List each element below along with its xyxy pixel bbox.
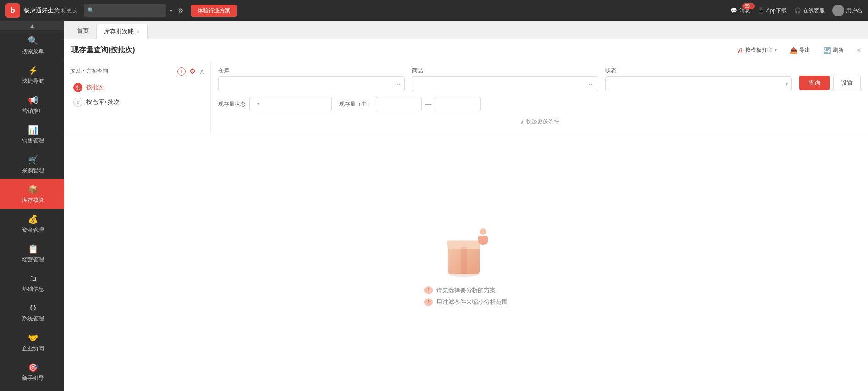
page-header: 现存量查询(按批次) 🖨 按模板打印 ▾ 📤 导出 🔄 刷新 × [64, 39, 868, 61]
tab-home-label: 首页 [77, 27, 89, 35]
product-field: 商品 ··· [412, 67, 599, 91]
sidebar-item-basic-label: 基础信息 [22, 285, 44, 293]
stock-qty-field: 现存量（主） — [339, 97, 481, 111]
batch-scheme-icon: 批 [73, 83, 82, 92]
filter-actions: 查询 设置 [799, 76, 861, 90]
export-icon: 📤 [790, 47, 797, 54]
hint-num-1: 1 [424, 286, 433, 294]
filter-scheme-by-batch[interactable]: 批 按批次 [70, 80, 205, 95]
stock-status-label: 现存量状态 [218, 100, 246, 108]
status-dropdown-icon: ▾ [786, 81, 788, 87]
topbar-search-area: 🔍 ▾ ⚙ 体验行业方案 [84, 4, 731, 17]
sidebar-item-sales-label: 销售管理 [22, 137, 44, 145]
empty-hint-1: 1 请先选择要分析的方案 [424, 286, 508, 294]
filter-left-collapse-icon[interactable]: ∧ [199, 67, 205, 76]
topbar-messages[interactable]: 💬 消息 99+ [731, 7, 750, 15]
collapse-more-icon: ∧ [520, 119, 524, 125]
refresh-icon: 🔄 [823, 47, 831, 54]
export-label: 导出 [799, 46, 810, 54]
sidebar-item-purchase[interactable]: 🛒 采购管理 [0, 149, 64, 179]
filter-row-1: 仓库 ··· 商品 ··· [218, 67, 861, 91]
status-input[interactable]: ▾ [605, 76, 792, 91]
sidebar-item-basic[interactable]: 🗂 基础信息 [0, 268, 64, 298]
trial-button[interactable]: 体验行业方案 [191, 5, 237, 17]
app-brand: 畅康通好生意 [24, 6, 60, 15]
stock-status-field: 现存量状态 ▾ [218, 97, 332, 111]
sidebar-item-search-label: 搜索菜单 [22, 48, 44, 55]
purchase-icon: 🛒 [28, 155, 38, 165]
filter-scheme-by-warehouse-batch[interactable]: ⊙ 按仓库+批次 [70, 95, 205, 109]
user-avatar [832, 5, 844, 16]
sidebar-scroll-up[interactable]: ▲ [0, 21, 64, 30]
filter-add-icon[interactable]: + [177, 67, 186, 76]
stock-status-input[interactable]: ▾ [249, 97, 332, 111]
page-header-actions: 🖨 按模板打印 ▾ 📤 导出 🔄 刷新 × [733, 44, 861, 56]
filter-scheme-settings-icon[interactable]: ⚙ [189, 67, 196, 76]
tab-home[interactable]: 首页 [70, 23, 96, 39]
collapse-more-button[interactable]: ∧ 收起更多条件 [218, 115, 861, 128]
filter-left-actions: + ⚙ ∧ [177, 67, 205, 76]
empty-illustration [434, 219, 498, 279]
warehouse-batch-scheme-icon: ⊙ [73, 98, 82, 107]
topbar-user[interactable]: 用户名 [832, 5, 863, 16]
filter-settings-button[interactable]: 设置 [833, 76, 861, 90]
product-dots-icon[interactable]: ··· [589, 80, 594, 87]
sidebar-item-app-center[interactable]: 🔲 应用中心 [0, 387, 64, 391]
sidebar-item-operations[interactable]: 📋 经营管理 [0, 239, 64, 268]
collapse-more-label: 收起更多条件 [526, 118, 559, 125]
sidebar-item-quick-nav-label: 快捷导航 [22, 77, 44, 85]
quick-nav-icon: ⚡ [28, 65, 38, 76]
operations-icon: 📋 [28, 244, 38, 254]
empty-hint-2: 2 用过滤条件来缩小分析范围 [424, 298, 508, 306]
topbar-search-box[interactable]: 🔍 [84, 4, 166, 17]
warehouse-input[interactable]: ··· [218, 76, 405, 91]
sidebar-item-newbie-label: 新手引导 [22, 375, 44, 382]
filter-scheme-title: 按以下方案查询 + ⚙ ∧ [70, 67, 205, 76]
page-close-button[interactable]: × [857, 46, 861, 54]
query-button[interactable]: 查询 [799, 76, 830, 90]
sidebar-item-operations-label: 经营管理 [22, 256, 44, 264]
tab-close-icon[interactable]: × [137, 28, 140, 35]
filter-panel: 按以下方案查询 + ⚙ ∧ 批 按批次 ⊙ 按仓库+批次 [64, 61, 868, 134]
sidebar-item-system[interactable]: ⚙ 系统管理 [0, 298, 64, 327]
online-service-icon: 🎧 [794, 7, 801, 14]
print-button[interactable]: 🖨 按模板打印 ▾ [733, 44, 780, 56]
sidebar-item-enterprise[interactable]: 🤝 企业协同 [0, 327, 64, 357]
status-label: 状态 [605, 67, 792, 75]
stock-qty-max-input[interactable] [435, 97, 481, 111]
search-icon: 🔍 [28, 36, 38, 46]
newbie-icon: 🎯 [28, 363, 38, 373]
topbar-online-service-label: 在线客服 [803, 7, 825, 15]
empty-state: 1 请先选择要分析的方案 2 用过滤条件来缩小分析范围 [64, 134, 868, 391]
stock-qty-min-input[interactable] [376, 97, 422, 111]
main-layout: ▲ 🔍 搜索菜单 ⚡ 快捷导航 📢 营销推广 📊 销售管理 🛒 采购管理 📦 库… [0, 21, 868, 391]
app-edition: 标准版 [61, 7, 77, 14]
topbar-app-download[interactable]: 📱 App下载 [758, 7, 787, 15]
stock-status-dropdown-icon: ▾ [257, 102, 259, 107]
warehouse-field: 仓库 ··· [218, 67, 405, 91]
topbar-gear-icon[interactable]: ⚙ [178, 7, 184, 14]
export-button[interactable]: 📤 导出 [786, 44, 814, 56]
sidebar-item-sales[interactable]: 📊 销售管理 [0, 119, 64, 149]
product-input[interactable]: ··· [412, 76, 599, 91]
print-icon: 🖨 [737, 47, 743, 54]
page-title: 现存量查询(按批次) [71, 45, 733, 55]
stock-qty-separator: — [425, 101, 431, 108]
sidebar-item-search[interactable]: 🔍 搜索菜单 [0, 30, 64, 60]
warehouse-label: 仓库 [218, 67, 405, 75]
sidebar-item-quick-nav[interactable]: ⚡ 快捷导航 [0, 60, 64, 90]
refresh-button[interactable]: 🔄 刷新 [819, 44, 847, 56]
sidebar-item-marketing[interactable]: 📢 营销推广 [0, 90, 64, 119]
sidebar-item-finance[interactable]: 💰 资金管理 [0, 209, 64, 239]
tab-inventory-batch[interactable]: 库存批次账 × [96, 24, 148, 39]
topbar-online-service[interactable]: 🎧 在线客服 [794, 7, 825, 15]
sidebar-item-inventory[interactable]: 📦 库存核算 [0, 179, 64, 209]
topbar: b 畅康通好生意 标准版 🔍 ▾ ⚙ 体验行业方案 💬 消息 99+ 📱 App… [0, 0, 868, 21]
enterprise-icon: 🤝 [28, 333, 38, 343]
warehouse-dots-icon[interactable]: ··· [395, 80, 401, 87]
product-label: 商品 [412, 67, 599, 75]
content-area: 首页 库存批次账 × 现存量查询(按批次) 🖨 按模板打印 ▾ 📤 导出 [64, 21, 868, 391]
sidebar-item-newbie[interactable]: 🎯 新手引导 [0, 357, 64, 387]
app-logo: b [5, 3, 20, 18]
topbar-dropdown-arrow-icon[interactable]: ▾ [170, 8, 172, 13]
